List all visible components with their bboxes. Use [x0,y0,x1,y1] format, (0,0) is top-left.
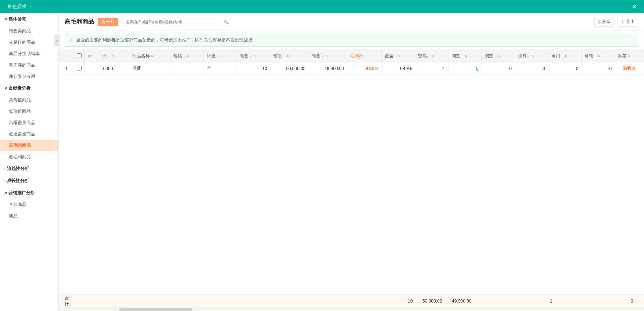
th-sale-stock-label: 可销... [584,53,597,59]
sidebar-item-4-0[interactable]: 全部商品 [0,199,58,210]
sort-code-icon[interactable]: ⇅ [112,54,115,58]
top-nav: 首页销售单×进货单×权限设置×角色授权×产成品入库单×单据模板设置×商品分析×商… [0,0,644,13]
footer-total-bar: 合计: 10 50,000.00 49,900.00 1 0 0 [59,294,644,307]
sidebar-item-1-4[interactable]: 高毛利商品 [0,140,58,151]
th-sale1-label: 销售... [240,53,252,59]
sidebar-group-0[interactable]: ∨整体信息 [0,13,58,25]
th-gross-rate: 毛利率 ⇅ [347,50,382,62]
row-trade: 1 [415,62,448,75]
sidebar-item-1-3[interactable]: 低覆盖量商品 [0,129,58,140]
th-check [74,50,85,62]
scrollbar-thumb[interactable] [119,308,193,311]
sidebar-group-4[interactable]: ∨营销推广分析 [0,187,58,199]
row-sale3: 49,900.00 [309,62,347,75]
filter-recent-button[interactable]: 近一月 [98,18,118,26]
sort-sale1-icon[interactable]: ⇅ [253,54,256,58]
th-browse2-label: 浏览... [485,53,497,59]
sidebar-item-1-2[interactable]: 高覆盖量商品 [0,117,58,129]
table-body: 10000...运费个1050,000.0049,900.0099.8%1.49… [59,62,644,75]
row-name: 运费 [129,62,170,75]
search-icon[interactable]: 🔍 [223,19,229,25]
select-all-checkbox[interactable] [77,53,82,58]
footer-sale2: 50,000.00 [415,299,445,304]
th-stock: 现有... ⇅ [515,50,548,62]
sidebar-item-0-3[interactable]: 有库存的商品 [0,59,58,71]
sidebar-item-1-0[interactable]: 高价值商品 [0,94,58,106]
th-name-label: 商品名称 [132,53,150,59]
sidebar-item-1-1[interactable]: 低价值商品 [0,106,58,117]
sidebar-group-2[interactable]: ›流趋性分析 [0,163,58,175]
th-sale3: 销售... ⇅ [309,50,347,62]
sort-browse1-icon[interactable]: ⇅ [465,54,468,58]
th-spec-label: 规格... [173,53,186,59]
sidebar-group-3[interactable]: ›成长性分析 [0,175,58,187]
th-tag: 标签 ⇅ [615,50,644,62]
search-input[interactable] [125,19,221,25]
th-gross-label: 毛利率 [350,53,363,59]
sidebar-item-0-2[interactable]: 商品分类助销率 [0,48,58,59]
sort-sale-stock-icon[interactable]: ⇅ [598,54,601,58]
sort-gross-icon[interactable]: ⇅ [364,54,367,58]
window-close-button[interactable]: ✕ [627,3,641,10]
th-sale-stock: 可销... ⇅ [582,50,615,62]
sidebar-collapse-button[interactable]: « [54,35,60,46]
export-button[interactable]: ⇧ 导出 [618,17,638,27]
info-text: 企业的主要的利润都是这部分商品创造的，可考虑加大推广，同时关注库存是不要出现缺货 [76,37,252,43]
th-trade: 交易... ⇅ [415,50,448,62]
share-button[interactable]: ⎘ 分享 [594,17,614,27]
th-sale3-label: 销售... [312,53,324,59]
th-num [59,50,74,62]
row-avail: 0 [548,62,582,75]
th-cover-label: 覆盖... [385,53,397,59]
sidebar-group-1[interactable]: ∨贡献量分析 [0,82,58,94]
th-browse1-label: 浏览... [451,53,464,59]
sort-name-icon[interactable]: ⇅ [151,54,154,58]
row-sale-stock: 0 [582,62,615,75]
sort-cover-icon[interactable]: ⇅ [398,54,401,58]
row-check [74,62,85,75]
group-arrow-0: ∨ [4,17,7,21]
th-avail: 可用... ⇅ [548,50,582,62]
row-sale2: 50,000.00 [270,62,309,75]
th-name: 商品名称 ⇅ [129,50,170,62]
sidebar-item-0-0[interactable]: 销售类商品 [0,25,58,37]
sort-tag-icon[interactable]: ⇅ [627,54,630,58]
sidebar: ∨整体信息销售类商品交易过的商品商品分类助销率有库存的商品库存资金占用∨贡献量分… [0,13,59,311]
sort-sale3-icon[interactable]: ⇅ [325,54,328,58]
nav-item-4[interactable]: 角色授权× [3,0,46,13]
sort-unit-icon[interactable]: ⇅ [220,54,223,58]
sort-sale2-icon[interactable]: ⇅ [287,54,289,58]
th-sale2-label: 销售... [273,53,286,59]
row-code: 0000... [100,62,129,75]
row-gross: 99.8% [347,62,382,75]
th-unit: 计量... ⇅ [204,50,237,62]
sort-stock-icon[interactable]: ⇅ [531,54,534,58]
content-header: 高毛利商品 近一月 🔍 ⎘ 分享 ⇧ 导出 [59,13,644,31]
sidebar-item-0-1[interactable]: 交易过的商品 [0,37,58,48]
sidebar-item-4-1[interactable]: 新品 [0,210,58,222]
th-gear: ⚙ [85,50,100,62]
sort-spec-icon[interactable]: ⇅ [187,54,190,58]
sort-avail-icon[interactable]: ⇅ [565,54,568,58]
browse-link[interactable]: 0 [476,66,479,71]
row-star [85,62,100,75]
horizontal-scrollbar[interactable] [59,307,644,311]
export-icon: ⇧ [621,19,625,25]
nav-close-4[interactable]: × [29,4,32,9]
sort-trade-icon[interactable]: ⇅ [431,54,434,58]
th-browse1: 浏览... ⇅ [448,50,482,62]
row-unit: 个 [204,62,237,75]
group-label-2: 流趋性分析 [7,166,29,172]
group-arrow-1: ∨ [4,86,7,90]
settings-icon[interactable]: ⚙ [88,54,92,59]
footer-label: 合计: [65,295,70,307]
sort-browse2-icon[interactable]: ⇅ [498,54,501,58]
sidebar-item-0-4[interactable]: 库存资金占用 [0,71,58,82]
th-cover: 覆盖... ⇅ [382,50,415,62]
share-label: 分享 [602,19,611,25]
sidebar-item-1-5[interactable]: 低毛利商品 [0,151,58,163]
content-area: 高毛利商品 近一月 🔍 ⎘ 分享 ⇧ 导出 ✧ 企业的主要 [59,13,644,311]
row-cover: 1.49% [382,62,415,75]
main-layout: ∨整体信息销售类商品交易过的商品商品分类助销率有库存的商品库存资金占用∨贡献量分… [0,13,644,311]
row-checkbox[interactable] [77,66,82,70]
